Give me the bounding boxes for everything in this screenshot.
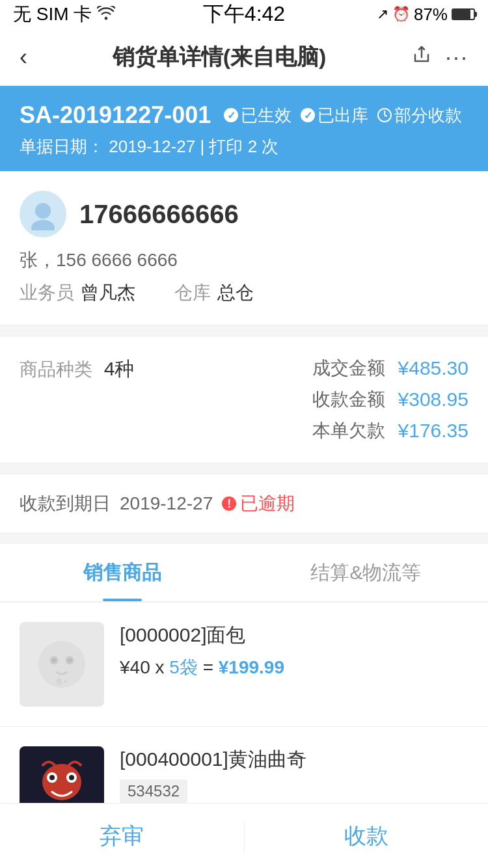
amount-info: 成交金额 ¥485.30 收款金额 ¥308.95 本单欠款 ¥176.35: [312, 356, 468, 443]
confirm-button[interactable]: 收款: [245, 804, 489, 868]
received-amount-label: 收款金额: [312, 387, 385, 412]
svg-point-12: [49, 775, 55, 780]
customer-name: 张，156 6666 6666: [20, 248, 468, 273]
category-value: 4种: [104, 358, 135, 379]
battery-text: 87%: [414, 5, 448, 25]
cancel-button[interactable]: 弃审: [0, 804, 244, 868]
due-date-label: 收款到期日: [20, 491, 111, 516]
product-name-2: [000400001]黄油曲奇: [120, 746, 468, 773]
summary-row: 商品种类 4种 成交金额 ¥485.30 收款金额 ¥308.95 本单欠款 ¥…: [20, 356, 468, 443]
owed-amount-label: 本单欠款: [312, 418, 385, 443]
status-badge-partial: 部分收款: [377, 104, 462, 127]
status-time: 下午4:42: [203, 0, 285, 29]
received-amount-value: ¥308.95: [398, 388, 468, 411]
back-button[interactable]: ‹: [20, 44, 27, 71]
svg-point-1: [31, 220, 55, 230]
category-info: 商品种类 4种: [20, 356, 134, 383]
more-button[interactable]: ···: [445, 44, 468, 71]
received-amount-row: 收款金额 ¥308.95: [312, 387, 468, 412]
tabs-section: 销售商品 结算&物流等: [0, 544, 488, 603]
page-title: 销货单详情(来自电脑): [113, 42, 327, 72]
header-banner: SA-20191227-001 已生效 已出库 部分收款 单据日期： 2019-…: [0, 86, 488, 171]
customer-meta: 业务员 曾凡杰 仓库 总仓: [20, 280, 468, 305]
due-date-section: 收款到期日 2019-12-27 ! 已逾期: [0, 474, 488, 534]
deal-amount-value: ¥485.30: [398, 357, 468, 379]
staff-name: 曾凡杰: [81, 280, 135, 305]
check-icon-1: [224, 108, 238, 122]
alarm-icon: ⏰: [392, 6, 410, 23]
tabs-row: 销售商品 结算&物流等: [0, 544, 488, 601]
product-info-1: [0000002]面包 ¥40 x 5袋 = ¥199.99: [120, 622, 468, 680]
product-thumbnail-1: 鱼+: [20, 622, 104, 707]
bottom-bar: 弃审 收款: [0, 803, 488, 868]
status-left: 无 SIM 卡: [13, 2, 115, 27]
warehouse-name: 总仓: [217, 280, 254, 305]
svg-point-0: [35, 203, 51, 219]
product-total-1: ¥199.99: [219, 657, 284, 677]
tab-sales-products[interactable]: 销售商品: [0, 544, 244, 601]
status-badge-shipped: 已出库: [301, 104, 368, 127]
tab-settlement[interactable]: 结算&物流等: [244, 544, 488, 601]
status-right: ↗ ⏰ 87%: [377, 5, 475, 25]
product-sku-2: 534532: [120, 780, 187, 803]
battery-icon: [452, 8, 475, 20]
customer-phone: 17666666666: [79, 200, 239, 229]
svg-text:鱼+: 鱼+: [56, 677, 68, 685]
product-price-1: ¥40 x 5袋 = ¥199.99: [120, 655, 468, 680]
summary-section: 商品种类 4种 成交金额 ¥485.30 收款金额 ¥308.95 本单欠款 ¥…: [0, 336, 488, 463]
order-id: SA-20191227-001: [20, 102, 211, 129]
overdue-icon: !: [222, 496, 236, 511]
deal-amount-row: 成交金额 ¥485.30: [312, 356, 468, 381]
svg-point-6: [68, 658, 72, 662]
category-label: 商品种类: [20, 359, 92, 379]
nav-bar: ‹ 销货单详情(来自电脑) ···: [0, 29, 488, 86]
warehouse-info: 仓库 总仓: [174, 280, 254, 305]
owed-amount-row: 本单欠款 ¥176.35: [312, 418, 468, 443]
nav-actions: ···: [411, 44, 468, 71]
product-qty-1: 5袋: [169, 657, 198, 677]
staff-info: 业务员 曾凡杰: [20, 280, 135, 305]
banner-row1: SA-20191227-001 已生效 已出库 部分收款: [20, 102, 468, 129]
status-badges: 已生效 已出库 部分收款: [224, 104, 462, 127]
warehouse-label: 仓库: [174, 280, 211, 305]
wifi-icon: [97, 4, 115, 25]
customer-section: 17666666666 张，156 6666 6666 业务员 曾凡杰 仓库 总…: [0, 171, 488, 325]
status-badge-effective: 已生效: [224, 104, 291, 127]
svg-point-13: [69, 775, 74, 780]
location-icon: ↗: [377, 6, 388, 23]
share-button[interactable]: [411, 44, 432, 70]
carrier-text: 无 SIM 卡: [13, 2, 92, 27]
avatar: [20, 191, 66, 237]
check-icon-2: [301, 108, 315, 122]
due-date-value: 2019-12-27: [120, 493, 213, 514]
clock-icon: [377, 108, 392, 122]
overdue-badge: ! 已逾期: [222, 491, 295, 516]
owed-amount-value: ¥176.35: [398, 420, 468, 442]
deal-amount-label: 成交金额: [312, 356, 385, 381]
svg-point-5: [52, 658, 56, 662]
status-bar: 无 SIM 卡 下午4:42 ↗ ⏰ 87%: [0, 0, 488, 29]
banner-date-row: 单据日期： 2019-12-27 | 打印 2 次: [20, 135, 468, 158]
customer-top: 17666666666: [20, 191, 468, 237]
product-name-1: [0000002]面包: [120, 622, 468, 649]
overdue-text: 已逾期: [240, 491, 295, 516]
list-item: 鱼+ [0000002]面包 ¥40 x 5袋 = ¥199.99: [0, 603, 488, 727]
staff-label: 业务员: [20, 280, 74, 305]
